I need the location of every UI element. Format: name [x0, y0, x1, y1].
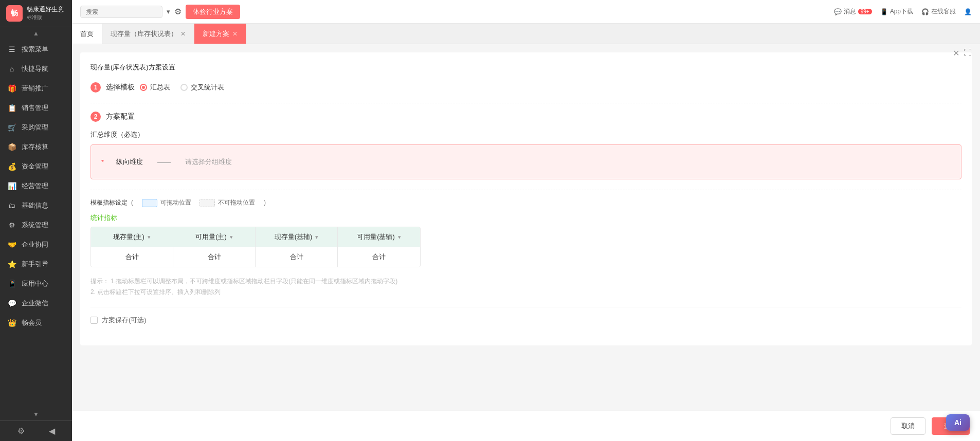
table-data-col-1-value: 合计 — [208, 252, 221, 262]
sidebar-item-purchase[interactable]: 🛒 采购管理 — [0, 118, 72, 137]
trial-industry-button[interactable]: 体验行业方案 — [186, 5, 240, 19]
tab-new-scheme[interactable]: 新建方案 ✕ — [194, 24, 246, 44]
topbar-dropdown-arrow[interactable]: ▾ — [167, 8, 170, 15]
sidebar-item-system[interactable]: ⚙ 系统管理 — [0, 215, 72, 235]
sidebar-item-basic-info[interactable]: 🗂 基础信息 — [0, 196, 72, 215]
step1-header: 1 选择模板 汇总表 交叉统计表 — [90, 82, 961, 93]
sidebar-item-finance[interactable]: 💰 资金管理 — [0, 157, 72, 176]
system-icon: ⚙ — [7, 220, 16, 230]
user-icon: 👤 — [964, 8, 972, 15]
table-data-col-2: 合计 — [256, 247, 338, 267]
non-draggable-label: 不可拖动位置 — [218, 198, 255, 207]
message-icon: 💬 — [834, 8, 842, 15]
sidebar-item-label: 应用中心 — [22, 279, 48, 288]
radio-cross-dot — [180, 84, 188, 91]
radio-cross[interactable]: 交叉统计表 — [180, 83, 224, 92]
sidebar-item-search[interactable]: ☰ 搜索菜单 — [0, 40, 72, 59]
sidebar-scroll-down[interactable]: ▼ — [0, 408, 72, 420]
sidebar-item-operations[interactable]: 📊 经营管理 — [0, 176, 72, 196]
sidebar-scroll-up[interactable]: ▲ — [0, 27, 72, 40]
page-title: 现存量(库存状况表)方案设置 — [90, 63, 961, 72]
app-name: 畅康通好生意 — [27, 6, 64, 14]
topbar-settings-icon[interactable]: ⚙ — [174, 7, 182, 16]
sidebar-item-label: 企业协同 — [22, 240, 48, 249]
tab-inventory[interactable]: 现存量（库存状况表） ✕ — [102, 24, 194, 44]
topbar-online-service[interactable]: 🎧 在线客服 — [921, 7, 956, 16]
tab-home[interactable]: 首页 — [72, 24, 102, 44]
topbar-search-input[interactable] — [80, 6, 162, 18]
radio-summary-dot — [140, 84, 147, 91]
sidebar-item-label: 经营管理 — [22, 181, 48, 191]
finance-icon: 💰 — [7, 162, 16, 171]
sidebar-item-wechat[interactable]: 💬 企业微信 — [0, 293, 72, 313]
home-icon: ⌂ — [7, 64, 16, 74]
tab-new-scheme-close[interactable]: ✕ — [232, 30, 238, 38]
sidebar-item-label: 资金管理 — [22, 162, 48, 171]
step2-title: 方案配置 — [106, 112, 135, 121]
table-header-col-2[interactable]: 现存量(基辅) ▾ — [256, 227, 338, 247]
sidebar-item-label: 库存核算 — [22, 142, 48, 152]
sidebar-item-enterprise[interactable]: 🤝 企业协同 — [0, 235, 72, 254]
app-logo-icon: 畅 — [6, 5, 23, 22]
inventory-icon: 📦 — [7, 142, 16, 152]
sidebar-item-label: 销售管理 — [22, 103, 48, 113]
table-header-col-0[interactable]: 现存量(主) ▾ — [91, 227, 173, 247]
operations-icon: 📊 — [7, 181, 16, 191]
phone-icon: 📱 — [880, 8, 888, 15]
topbar-app-download[interactable]: 📱 App下载 — [880, 7, 913, 16]
sidebar: 畅 畅康通好生意 标准版 ▲ ☰ 搜索菜单 ⌂ 快捷导航 🎁 营销推广 📋 销售… — [0, 0, 72, 441]
table-data-col-1: 合计 — [173, 247, 256, 267]
sidebar-item-label: 快捷导航 — [22, 64, 48, 74]
content-controls: ✕ ⛶ — [953, 48, 972, 58]
radio-cross-label: 交叉统计表 — [191, 83, 224, 92]
main-area: ▾ ⚙ 体验行业方案 💬 消息 99+ 📱 App下载 🎧 在线客服 👤 — [72, 0, 980, 441]
newcomer-icon: ⭐ — [7, 260, 16, 269]
table-header-col-0-chevron[interactable]: ▾ — [148, 234, 151, 241]
sidebar-logo: 畅 畅康通好生意 标准版 — [0, 0, 72, 27]
close-panel-icon[interactable]: ✕ — [953, 48, 959, 58]
table-header-col-1-label: 可用量(主) — [195, 232, 227, 242]
settings-bottom-icon[interactable]: ⚙ — [17, 426, 25, 436]
purchase-icon: 🛒 — [7, 123, 16, 132]
save-checkbox[interactable] — [90, 317, 98, 324]
sidebar-item-label: 营销推广 — [22, 84, 48, 93]
legend-draggable: 可拖动位置 — [142, 198, 191, 207]
table-header-col-1-chevron[interactable]: ▾ — [230, 234, 233, 241]
dimension-placeholder[interactable]: 请选择分组维度 — [185, 157, 232, 167]
basic-info-icon: 🗂 — [7, 201, 16, 210]
sidebar-item-app-center[interactable]: 📱 应用中心 — [0, 274, 72, 293]
draggable-label: 可拖动位置 — [160, 198, 191, 207]
tip-2: 2. 点击标题栏下拉可设置排序、插入列和删除列 — [90, 288, 961, 297]
cancel-button[interactable]: 取消 — [891, 417, 925, 435]
sidebar-item-sales[interactable]: 📋 销售管理 — [0, 98, 72, 118]
sidebar-item-quick-nav[interactable]: ⌂ 快捷导航 — [0, 59, 72, 79]
collapse-icon[interactable]: ◀ — [49, 426, 55, 436]
expand-panel-icon[interactable]: ⛶ — [964, 48, 972, 58]
legend-non-draggable: 不可拖动位置 — [199, 198, 255, 207]
table-header-col-1[interactable]: 可用量(主) ▾ — [173, 227, 256, 247]
table-header-col-2-chevron[interactable]: ▾ — [315, 234, 318, 241]
sidebar-item-member[interactable]: 👑 畅会员 — [0, 313, 72, 333]
member-icon: 👑 — [7, 318, 16, 327]
sidebar-item-newcomer[interactable]: ⭐ 新手引导 — [0, 254, 72, 274]
ai-fab-button[interactable]: Ai — [946, 414, 970, 431]
table-header-col-3-label: 可用量(基辅) — [357, 232, 395, 242]
radio-summary[interactable]: 汇总表 — [140, 83, 170, 92]
topbar-user-avatar[interactable]: 👤 — [964, 8, 972, 15]
scheme-panel: 现存量(库存状况表)方案设置 1 选择模板 汇总表 — [80, 52, 972, 345]
save-label: 方案保存(可选) — [102, 316, 147, 325]
table-header-col-3[interactable]: 可用量(基辅) ▾ — [338, 227, 420, 247]
topbar-right: 💬 消息 99+ 📱 App下载 🎧 在线客服 👤 — [834, 7, 972, 16]
app-label: App下载 — [890, 7, 913, 16]
sidebar-item-marketing[interactable]: 🎁 营销推广 — [0, 79, 72, 98]
tab-new-scheme-label: 新建方案 — [203, 29, 229, 39]
tips-section: 提示： 1.拖动标题栏可以调整布局，不可跨维度或指标区域拖动栏目字段(只能在同一… — [90, 277, 961, 297]
topbar-message[interactable]: 💬 消息 99+ — [834, 7, 872, 16]
tab-inventory-close[interactable]: ✕ — [180, 30, 186, 38]
sidebar-item-inventory[interactable]: 📦 库存核算 — [0, 137, 72, 157]
indicator-legend: 模板指标设定（ 可拖动位置 不可拖动位置 ） — [90, 198, 961, 207]
tab-bar: 首页 现存量（库存状况表） ✕ 新建方案 ✕ — [72, 24, 980, 44]
table-header-col-3-chevron[interactable]: ▾ — [398, 234, 401, 241]
step2-header: 2 方案配置 — [90, 112, 961, 122]
footer-bar: 取消 查询 — [72, 411, 980, 441]
